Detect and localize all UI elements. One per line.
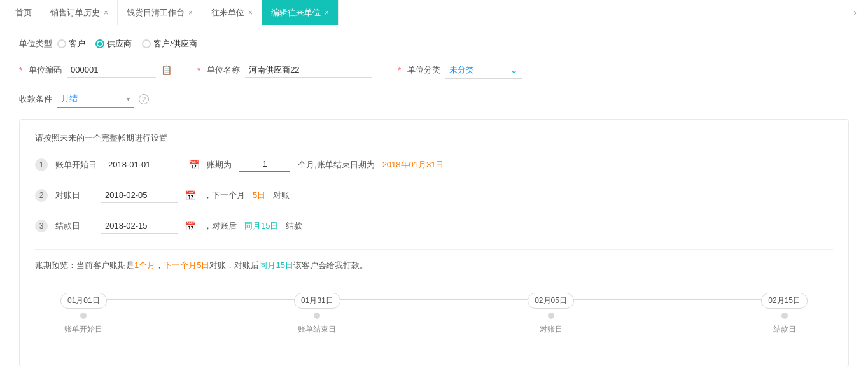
preview-prefix: 账期预览：当前客户账期是	[35, 260, 134, 270]
radio-supplier[interactable]: 供应商	[95, 38, 132, 50]
preview-sep2: 对账，对账后	[209, 260, 259, 270]
setting-row-1: 1 账单开始日 📅 账期为 个月,账单结束日期为 2018年01月31日	[35, 157, 833, 172]
preview-period: 1个月	[134, 260, 155, 270]
timeline-label-1: 账单结束日	[298, 324, 336, 335]
timeline-label-2: 对账日	[540, 324, 563, 335]
tab-sales-history[interactable]: 销售订单历史 ×	[41, 0, 118, 25]
radio-both[interactable]: 客户/供应商	[142, 38, 197, 50]
tab-close-unit-list[interactable]: ×	[248, 9, 253, 17]
radio-circle-customer	[57, 39, 66, 48]
unit-name-input[interactable]	[245, 62, 372, 78]
payment-terms-select[interactable]: 月结 ▾	[57, 90, 134, 108]
row-2-end: 对账	[273, 190, 290, 201]
row-1-end-date: 2018年01月31日	[382, 159, 444, 171]
payment-terms-arrow: ▾	[127, 95, 130, 102]
timeline-date-3: 02月15日	[761, 293, 808, 309]
row-3-end: 结款	[286, 220, 302, 232]
tab-unit-list[interactable]: 往来单位 ×	[202, 0, 262, 25]
preview-sep1: ，	[155, 260, 164, 270]
row-1-period-unit: 个月,账单结束日期为	[298, 159, 375, 171]
unit-type-row: 单位类型 客户 供应商 客户/供应商	[19, 38, 849, 50]
payment-terms-group: 收款条件 月结 ▾ ?	[19, 90, 149, 108]
row-2-highlight: 5日	[253, 190, 265, 201]
unit-category-group: * 单位分类 未分类 ⌄	[398, 61, 522, 79]
row-3-label: 结款日	[55, 220, 94, 232]
unit-code-label: 单位编码	[29, 64, 62, 76]
tab-cash-work[interactable]: 钱货日清工作台 ×	[118, 0, 202, 25]
payment-cal-icon[interactable]: 📅	[185, 221, 196, 231]
preview-section: 账期预览：当前客户账期是1个月，下一个月5日对账，对账后同月15日该客户会给我打…	[35, 249, 833, 354]
row-1-label: 账单开始日	[55, 159, 97, 171]
timeline-point-1: 01月31日 账单结束日	[294, 293, 340, 335]
timeline-date-0: 01月01日	[60, 293, 107, 309]
radio-circle-supplier	[95, 39, 104, 48]
unit-name-group: * 单位名称	[197, 62, 372, 78]
unit-code-icon[interactable]: 📋	[161, 65, 172, 75]
tab-close-cash-work[interactable]: ×	[188, 9, 193, 17]
timeline-date-1: 01月31日	[294, 293, 340, 309]
unit-code-input[interactable]	[67, 62, 156, 78]
tab-close-edit-unit[interactable]: ×	[325, 9, 329, 17]
bill-start-cal-icon[interactable]: 📅	[188, 160, 199, 170]
unit-category-select[interactable]: 未分类 ⌄	[445, 61, 522, 79]
timeline-label-0: 账单开始日	[64, 324, 102, 335]
timeline-point-2: 02月05日 对账日	[528, 293, 574, 335]
row-2-desc: ，下一个月	[204, 190, 245, 201]
row-num-3: 3	[35, 220, 48, 232]
preview-payment-date: 同月15日	[259, 260, 293, 270]
timeline-points: 01月01日 账单开始日 01月31日 账单结束日 02月05日 对账日	[60, 293, 808, 335]
main-content: 单位类型 客户 供应商 客户/供应商 * 单位编码	[0, 25, 868, 387]
unit-type-group: 单位类型 客户 供应商 客户/供应商	[19, 38, 197, 50]
help-icon[interactable]: ?	[139, 94, 149, 104]
timeline-point-0: 01月01日 账单开始日	[60, 293, 107, 335]
unit-code-group: * 单位编码 📋	[19, 62, 172, 78]
payment-date-input[interactable]	[101, 218, 178, 234]
reconcile-cal-icon[interactable]: 📅	[185, 190, 196, 201]
preview-reconcile-date: 下一个月5日	[164, 260, 209, 270]
timeline-point-3: 02月15日 结款日	[761, 293, 808, 335]
unit-fields-row: * 单位编码 📋 * 单位名称 * 单位分类 未分类 ⌄	[19, 61, 849, 79]
row-2-label: 对账日	[55, 190, 94, 201]
timeline-dot-0	[80, 313, 87, 319]
row-3-highlight: 同月15日	[244, 220, 278, 232]
setting-row-2: 2 对账日 📅 ，下一个月5日对账	[35, 188, 833, 203]
radio-group: 客户 供应商 客户/供应商	[57, 38, 197, 50]
timeline-label-3: 结款日	[773, 324, 796, 335]
period-months-input[interactable]	[239, 157, 290, 172]
preview-suffix: 该客户会给我打款。	[293, 260, 368, 270]
timeline-dot-2	[548, 313, 554, 319]
radio-circle-both	[142, 39, 151, 48]
tab-edit-unit[interactable]: 编辑往来单位 ×	[262, 0, 339, 25]
tab-more-button[interactable]: ›	[847, 7, 863, 18]
unit-name-label: 单位名称	[207, 64, 240, 76]
payment-terms-value: 月结	[61, 93, 124, 104]
row-num-2: 2	[35, 189, 48, 202]
unit-type-label: 单位类型	[19, 38, 52, 50]
row-1-period-label: 账期为	[207, 159, 232, 171]
radio-customer[interactable]: 客户	[57, 38, 85, 50]
row-3-desc: ，对账后	[204, 220, 237, 232]
setting-row-3: 3 结款日 📅 ，对账后同月15日结款	[35, 218, 833, 234]
payment-terms-row: 收款条件 月结 ▾ ?	[19, 90, 849, 108]
timeline-dot-3	[781, 313, 788, 319]
payment-terms-label: 收款条件	[19, 94, 52, 105]
reconcile-date-input[interactable]	[101, 188, 178, 203]
tab-bar: 首页 销售订单历史 × 钱货日清工作台 × 往来单位 × 编辑往来单位 × ›	[0, 0, 868, 25]
category-dropdown-icon: ⌄	[510, 64, 518, 76]
tab-home[interactable]: 首页	[5, 0, 41, 25]
tab-close-sales-history[interactable]: ×	[104, 9, 108, 17]
bill-start-date-input[interactable]	[104, 157, 181, 172]
unit-category-value: 未分类	[449, 64, 507, 76]
settings-card: 请按照未来的一个完整帐期进行设置 1 账单开始日 📅 账期为 个月,账单结束日期…	[19, 119, 849, 367]
timeline-date-2: 02月05日	[528, 293, 574, 309]
timeline: 01月01日 账单开始日 01月31日 账单结束日 02月05日 对账日	[35, 286, 833, 354]
unit-category-label: 单位分类	[407, 64, 440, 76]
preview-text: 账期预览：当前客户账期是1个月，下一个月5日对账，对账后同月15日该客户会给我打…	[35, 260, 833, 271]
card-instruction: 请按照未来的一个完整帐期进行设置	[35, 132, 833, 144]
row-num-1: 1	[35, 158, 48, 171]
timeline-dot-1	[314, 313, 320, 319]
